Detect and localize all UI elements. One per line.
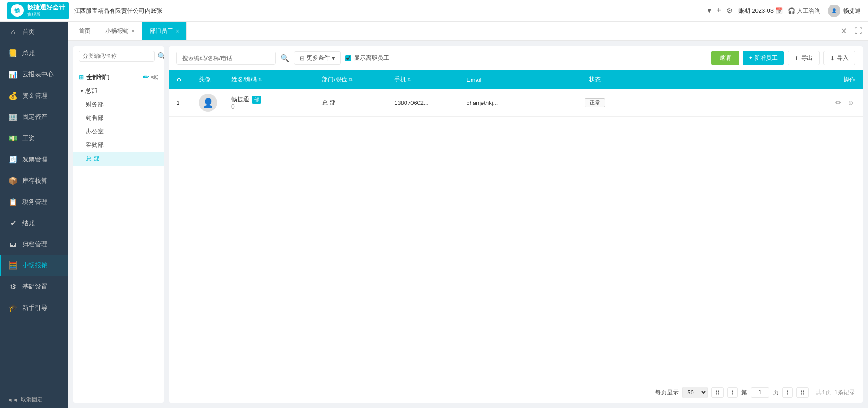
sidebar-item-assets[interactable]: 🏢 固定资产 [0, 106, 68, 128]
logo-area: 畅 畅捷通好会计 旗舰版 [7, 2, 69, 19]
edit-button[interactable]: ✏ [833, 98, 844, 108]
prev-page-button[interactable]: ⟨ [727, 387, 738, 398]
dept-general[interactable]: 总 部 [73, 152, 164, 166]
tab-close-icon[interactable]: ✕ [839, 24, 849, 38]
dept-office[interactable]: 办公室 [73, 125, 164, 138]
logout-button[interactable]: ⎋ [846, 98, 855, 107]
calendar-icon[interactable]: 📅 [775, 7, 783, 14]
first-page-button[interactable]: ⟨⟨ [711, 387, 724, 398]
sidebar-item-expense[interactable]: 🧮 小畅报销 [0, 255, 68, 276]
dept-sales[interactable]: 销售部 [73, 111, 164, 125]
inventory-icon: 📦 [9, 176, 18, 185]
search-icon[interactable]: 🔍 [280, 54, 289, 62]
settings-sidebar-icon: ⚙ [9, 282, 18, 291]
topbar: 畅 畅捷通好会计 旗舰版 江西服宝精品有限责任公司内账张 ▾ + ⚙ 账期 20… [0, 0, 868, 22]
tab-bar: 首页 小畅报销 × 部门员工 × ✕ ⛶ [68, 22, 868, 41]
funds-icon: 💰 [9, 91, 18, 100]
sidebar-item-reports[interactable]: 📊 云报表中心 [0, 64, 68, 85]
sidebar-label-payroll: 工资 [22, 134, 35, 142]
topbar-actions: 🎧 人工咨询 👤 畅捷通 [788, 5, 861, 17]
right-toolbar: 🔍 ⊟ 更多条件 ▾ 显示离职员工 邀请 + 新增员工 ⬆ [169, 46, 863, 70]
tab-close-expense[interactable]: × [132, 28, 135, 34]
sidebar-item-archive[interactable]: 🗂 归档管理 [0, 234, 68, 255]
last-page-button[interactable]: ⟩⟩ [796, 387, 809, 398]
sidebar-item-home[interactable]: ⌂ 首页 [0, 22, 68, 43]
dept-finance[interactable]: 财务部 [73, 98, 164, 111]
table-header-row: ⚙ 头像 姓名/编码 部门/职位 手机 Email 状态 操作 [169, 70, 863, 89]
col-phone[interactable]: 手机 [387, 70, 459, 89]
left-panel-header: 🔍 [73, 46, 164, 66]
import-icon: ⬇ [830, 55, 835, 62]
right-toolbar-actions: 邀请 + 新增员工 ⬆ 导出 ⬇ 导入 [711, 51, 855, 65]
sidebar-item-checkout[interactable]: ✔ 结账 [0, 213, 68, 234]
app-name: 畅捷通好会计 [27, 4, 65, 11]
dept-purchase[interactable]: 采购部 [73, 138, 164, 152]
column-settings-icon[interactable]: ⚙ [176, 76, 182, 83]
sidebar-item-invoice[interactable]: 🧾 发票管理 [0, 149, 68, 170]
page-size-select[interactable]: 10 20 50 100 [682, 387, 708, 398]
sidebar-item-inventory[interactable]: 📦 库存核算 [0, 170, 68, 191]
row-dept: 总 部 [315, 89, 387, 117]
dept-badge: 部 [252, 96, 261, 104]
sidebar-item-settings[interactable]: ⚙ 基础设置 [0, 276, 68, 297]
dept-search-icon[interactable]: 🔍 [157, 52, 164, 61]
invite-button[interactable]: 邀请 [711, 51, 739, 65]
grid-icon: ⊞ [79, 74, 84, 81]
tab-close-employees[interactable]: × [176, 28, 179, 34]
sidebar-item-ledger[interactable]: 📒 总账 [0, 43, 68, 64]
row-email: chanjethkj... [459, 89, 550, 117]
row-phone: 138070602... [387, 89, 459, 117]
sidebar: ⌂ 首页 📒 总账 📊 云报表中心 💰 资金管理 🏢 固定资产 💵 工资 🧾 发… [0, 22, 68, 408]
app-edition: 旗舰版 [27, 11, 65, 18]
dropdown-icon[interactable]: ▾ [708, 6, 711, 15]
tab-home[interactable]: 首页 [71, 22, 98, 40]
show-resigned-checkbox[interactable]: 显示离职员工 [345, 54, 389, 62]
add-tab-icon[interactable]: + [717, 6, 722, 15]
next-page-button[interactable]: ⟩ [782, 387, 793, 398]
sidebar-item-guide[interactable]: 🎓 新手引导 [0, 297, 68, 318]
main-layout: ⌂ 首页 📒 总账 📊 云报表中心 💰 资金管理 🏢 固定资产 💵 工资 🧾 发… [0, 22, 868, 408]
page-prefix: 第 [741, 389, 747, 397]
table-row: 1 👤 畅捷通 部 0 总 部 138070602... chanjethkj.… [169, 89, 863, 117]
status-badge: 正常 [585, 98, 605, 107]
page-total: 共1页, 1条记录 [816, 389, 855, 397]
ledger-icon: 📒 [9, 49, 18, 57]
employee-name-text: 畅捷通 [231, 95, 249, 104]
sidebar-item-tax[interactable]: 📋 税务管理 [0, 191, 68, 213]
sidebar-label-checkout: 结账 [22, 219, 35, 228]
sidebar-label-ledger: 总账 [22, 49, 35, 57]
page-number-input[interactable] [751, 387, 769, 398]
tab-expense[interactable]: 小畅报销 × [98, 22, 142, 40]
import-button[interactable]: ⬇ 导入 [823, 51, 855, 65]
tab-expand-icon[interactable]: ⛶ [853, 24, 864, 38]
consult-button[interactable]: 🎧 人工咨询 [788, 7, 821, 15]
all-dept-header[interactable]: ⊞ 全部部门 ✏ ≪ [73, 70, 164, 84]
row-name: 畅捷通 部 0 [224, 89, 315, 117]
page-size-label: 每页显示 [655, 389, 679, 397]
checkout-icon: ✔ [9, 219, 18, 228]
employee-search-input[interactable] [176, 52, 276, 65]
sidebar-item-funds[interactable]: 💰 资金管理 [0, 85, 68, 106]
col-dept[interactable]: 部门/职位 [315, 70, 387, 89]
col-actions: 操作 [640, 70, 863, 89]
dept-collapse-icon[interactable]: ≪ [151, 73, 158, 81]
sidebar-item-payroll[interactable]: 💵 工资 [0, 128, 68, 149]
col-settings[interactable]: ⚙ [169, 70, 192, 89]
cancel-fixed-button[interactable]: ◄◄ 取消固定 [0, 391, 68, 408]
dept-root[interactable]: ▾ 总部 [73, 84, 164, 98]
sidebar-label-invoice: 发票管理 [22, 156, 47, 164]
home-icon: ⌂ [9, 28, 18, 36]
row-no: 1 [169, 89, 192, 117]
add-employee-button[interactable]: + 新增员工 [743, 51, 784, 65]
table-container: ⚙ 头像 姓名/编码 部门/职位 手机 Email 状态 操作 [169, 70, 863, 382]
export-button[interactable]: ⬆ 导出 [788, 51, 820, 65]
settings-icon[interactable]: ⚙ [726, 6, 733, 15]
dept-search-input[interactable] [79, 51, 155, 62]
sidebar-label-guide: 新手引导 [22, 304, 47, 312]
dept-edit-icon[interactable]: ✏ [143, 73, 149, 81]
tab-employees[interactable]: 部门员工 × [142, 22, 187, 40]
sidebar-label-home: 首页 [22, 28, 35, 36]
col-name[interactable]: 姓名/编码 [224, 70, 315, 89]
filter-button[interactable]: ⊟ 更多条件 ▾ [294, 51, 341, 65]
sidebar-label-assets: 固定资产 [22, 113, 47, 121]
